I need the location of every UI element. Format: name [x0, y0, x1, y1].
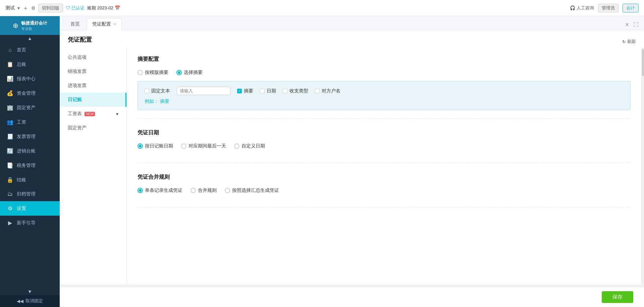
cancel-fixed-button[interactable]: ◀◀ 取消固定 — [0, 295, 60, 307]
config-left-menu: 公共选项 销项发票 进项发票 日记账 工资表 NEW — [60, 48, 127, 284]
checkbox-counterparty[interactable]: 对方户名 — [315, 88, 340, 94]
sidebar-scroll-up[interactable]: ▲ — [0, 35, 60, 42]
config-menu-payroll-label: 工资表 NEW — [68, 111, 95, 117]
config-menu-sales-invoice[interactable]: 销项发票 — [60, 64, 126, 79]
radio-select-summary[interactable]: 选择摘要 — [176, 70, 203, 76]
checkbox-counterparty-label: 对方户名 — [322, 88, 340, 94]
admin-button[interactable]: 管理员 — [598, 4, 619, 12]
radio-custom-date[interactable]: 自定义日期 — [234, 143, 265, 149]
radio-select-summary-circle — [225, 188, 230, 193]
radio-template-circle — [138, 70, 143, 75]
guide-icon: ▶ — [7, 220, 13, 226]
sidebar-item-funds[interactable]: 💰 资金管理 — [0, 86, 60, 100]
sidebar-item-guide[interactable]: ▶ 新手引导 — [0, 216, 60, 230]
checkbox-income-type[interactable]: 收支类型 — [283, 88, 308, 94]
tab-config[interactable]: 凭证配置 × — [87, 18, 122, 30]
sidebar-item-closing[interactable]: 🔒 结账 — [0, 173, 60, 187]
sidebar-item-label: 发票管理 — [17, 134, 36, 140]
radio-custom-date-label: 自定义日期 — [241, 143, 265, 149]
sidebar-item-label: 报表中心 — [17, 76, 36, 82]
radio-journal-date-label: 按日记账日期 — [145, 143, 173, 149]
sidebar-scroll-down[interactable]: ▼ — [0, 288, 60, 295]
scrollbar-thumb[interactable] — [642, 49, 644, 76]
sidebar-item-label: 固定资产 — [17, 105, 36, 111]
expand-icon[interactable]: ⛶ — [633, 22, 639, 28]
config-menu-purchase-label: 进项发票 — [68, 83, 87, 89]
config-menu-sales-label: 销项发票 — [68, 69, 87, 75]
example-text: 例如： 摘要 — [145, 98, 624, 104]
sidebar-item-ledger[interactable]: 📋 总账 — [0, 57, 60, 72]
radio-merge-rules[interactable]: 合并规则 — [191, 187, 217, 193]
sidebar-item-settings[interactable]: ⚙ 设置 — [0, 201, 60, 216]
sidebar-item-reports[interactable]: 📊 报表中心 — [0, 72, 60, 86]
radio-single-record[interactable]: 单条记录生成凭证 — [138, 187, 182, 193]
summary-options-box: 固定文本 摘要 日期 — [138, 81, 631, 110]
radio-custom-date-circle — [234, 143, 239, 149]
service-button[interactable]: 🎧 人工咨询 — [570, 5, 594, 11]
config-menu-journal[interactable]: 日记账 — [60, 93, 126, 107]
sidebar-item-fixed-assets[interactable]: 🏢 固定资产 — [0, 100, 60, 115]
config-layout: 公共选项 销项发票 进项发票 日记账 工资表 NEW — [60, 48, 644, 284]
accountant-button[interactable]: 会计 — [623, 4, 639, 12]
ledger-icon: 📋 — [7, 61, 13, 68]
fixed-text-input[interactable] — [177, 87, 230, 95]
config-menu-purchase-invoice[interactable]: 进项发票 — [60, 79, 126, 93]
sidebar-item-payroll[interactable]: 👥 工资 — [0, 115, 60, 129]
old-version-button[interactable]: 切到旧版 — [38, 4, 63, 12]
config-menu-fixed-assets[interactable]: 固定资产 — [60, 121, 126, 135]
chevron-down-icon: ▾ — [116, 111, 118, 117]
checkbox-summary-box — [237, 89, 242, 93]
certified-badge: 🛡 已认证 — [66, 5, 85, 11]
gear-icon[interactable]: ⚙ — [31, 5, 36, 11]
company-dropdown-icon[interactable]: ▾ — [17, 5, 20, 11]
refresh-button[interactable]: ↻ 刷新 — [622, 39, 636, 45]
checkbox-fixed-text[interactable]: 固定文本 — [145, 88, 170, 94]
company-name: 测试 — [5, 5, 15, 11]
config-menu-public[interactable]: 公共选项 — [60, 50, 126, 64]
sidebar-item-label: 总账 — [17, 61, 26, 68]
config-menu-payroll-table[interactable]: 工资表 NEW ▾ — [60, 107, 126, 121]
headphone-icon: 🎧 — [570, 5, 575, 10]
radio-template-summary[interactable]: 按模版摘要 — [138, 70, 168, 76]
radio-period-last-day[interactable]: 对应期间最后一天 — [181, 143, 226, 149]
radio-select-summary-label: 按照选择汇总生成凭证 — [232, 187, 279, 193]
shield-icon: 🛡 — [66, 5, 70, 10]
close-icon[interactable]: ✕ — [625, 21, 629, 28]
radio-journal-date-circle — [138, 143, 143, 149]
checkbox-summary[interactable]: 摘要 — [237, 88, 253, 94]
sidebar-item-label: 进销台账 — [17, 148, 36, 154]
funds-icon: 💰 — [7, 90, 13, 96]
sidebar-item-archive[interactable]: 🗂 归档管理 — [0, 187, 60, 201]
sidebar-item-label: 结账 — [17, 177, 26, 183]
radio-journal-date[interactable]: 按日记账日期 — [138, 143, 173, 149]
fixed-assets-icon: 🏢 — [7, 104, 13, 111]
sidebar-item-tax[interactable]: 📑 税务管理 — [0, 158, 60, 173]
config-menu-fixed-assets-label: 固定资产 — [68, 125, 87, 131]
radio-select-summary[interactable]: 按照选择汇总生成凭证 — [225, 187, 279, 193]
calendar-icon[interactable]: 📅 — [115, 5, 120, 10]
add-button[interactable]: ＋ — [22, 4, 29, 12]
sidebar-item-invoice[interactable]: 🧾 发票管理 — [0, 129, 60, 144]
sidebar-nav: ⌂ 首页 📋 总账 📊 报表中心 💰 资金管理 🏢 固定资产 👥 工资 — [0, 42, 60, 288]
sidebar-logo[interactable]: ⊕ 畅捷通好会计 专业版 — [0, 16, 60, 35]
tab-home[interactable]: 首页 — [65, 18, 85, 30]
payroll-icon: 👥 — [7, 119, 13, 125]
checkbox-date[interactable]: 日期 — [260, 88, 276, 94]
right-scrollbar[interactable] — [641, 48, 644, 284]
save-button[interactable]: 保存 — [602, 291, 633, 303]
new-badge: NEW — [85, 112, 95, 116]
checkbox-income-type-label: 收支类型 — [289, 88, 308, 94]
radio-select-circle — [176, 70, 182, 75]
checkbox-income-type-box — [283, 89, 287, 93]
content-area: 首页 凭证配置 × ✕ ⛶ 凭证配置 ↻ 刷新 — [60, 16, 644, 307]
radio-merge-rules-label: 合并规则 — [198, 187, 217, 193]
voucher-date-radio-group: 按日记账日期 对应期间最后一天 自定义日期 — [138, 143, 631, 149]
tab-config-close[interactable]: × — [114, 22, 116, 27]
page-footer: 保存 — [60, 287, 644, 307]
sidebar-item-purchase-sale[interactable]: 🔄 进销台账 — [0, 144, 60, 158]
merge-rules-title: 凭证合并规则 — [138, 174, 631, 181]
sidebar-item-home[interactable]: ⌂ 首页 — [0, 43, 60, 57]
voucher-date-section: 凭证日期 按日记账日期 对应期间最后一天 — [138, 129, 631, 163]
example-value: 摘要 — [160, 98, 169, 104]
cancel-fixed-label: 取消固定 — [25, 298, 43, 304]
